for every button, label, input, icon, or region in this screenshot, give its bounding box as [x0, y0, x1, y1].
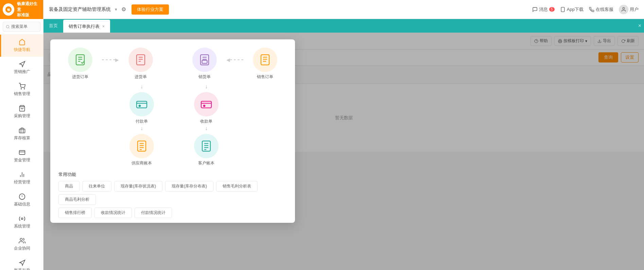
system-title: 装备及固定资产辅助管理系统 — [49, 6, 111, 13]
func-btn-stock-dist[interactable]: 现存量(库存分布表) — [165, 181, 213, 192]
sidebar-item-operations[interactable]: 经营管理 — [0, 167, 43, 189]
user-profile-btn[interactable]: 用户 — [619, 5, 639, 14]
arrow-down-payment: ↓ — [120, 124, 164, 132]
app-download-btn[interactable]: App下载 — [560, 6, 584, 13]
sidebar: 畅 畅康通好生意 标准版 搜索菜单 快捷导航 营销推广 — [0, 0, 43, 270]
user-name: 用户 — [630, 6, 639, 13]
wf-icon-purchase-bill — [128, 48, 153, 72]
sidebar-item-label-system: 系统管理 — [14, 223, 30, 229]
app-download-label: App下载 — [567, 6, 584, 13]
tab-sales-order-exec[interactable]: 销售订单执行表 × — [63, 20, 110, 33]
svg-text:畅: 畅 — [7, 8, 10, 12]
wf-label-supplier-ledger: 供应商账本 — [132, 160, 152, 166]
svg-rect-29 — [137, 55, 145, 65]
avatar — [619, 5, 628, 14]
sidebar-item-label-base: 基础信息 — [14, 201, 30, 207]
svg-rect-44 — [201, 101, 211, 108]
wf-icon-payment-bill — [129, 92, 154, 116]
func-btn-payment-stats[interactable]: 付款情况统计 — [135, 208, 172, 218]
func-btn-stock-status[interactable]: 现存量(库存状况表) — [114, 181, 162, 192]
arrow-down-sales-bill: ↓ — [184, 83, 228, 91]
topbar-right: 消息 5 App下载 在线客服 用户 — [532, 5, 639, 14]
sidebar-search[interactable]: 搜索菜单 — [0, 19, 43, 35]
wf-label-sales-order: 销售订单 — [257, 74, 273, 80]
wf-label-purchase-order: 进货订单 — [72, 74, 88, 80]
message-btn[interactable]: 消息 5 — [532, 6, 555, 13]
wf-label-customer-ledger: 客户账本 — [198, 160, 214, 166]
wf-node-receipt-bill[interactable]: 收款单 — [184, 92, 228, 124]
wf-icon-customer-ledger — [194, 134, 219, 158]
sidebar-item-base[interactable]: 基础信息 — [0, 189, 43, 211]
svg-point-2 — [6, 25, 9, 28]
message-badge: 5 — [549, 7, 555, 12]
svg-point-16 — [20, 238, 22, 241]
tab-close-icon[interactable]: × — [102, 24, 105, 29]
logo-icon: 畅 — [3, 3, 14, 16]
svg-rect-18 — [561, 7, 564, 12]
wf-node-purchase-order[interactable]: 进货订单 — [58, 48, 102, 80]
sidebar-nav: 快捷导航 营销推广 销售管理 采购管理 库存核算 资金管理 — [0, 35, 43, 270]
arrow-down-receipt: ↓ — [184, 124, 228, 132]
func-btn-contacts[interactable]: 往来单位 — [82, 181, 111, 192]
modal-overlay: 进货订单 ▶ 进 — [43, 33, 644, 270]
sidebar-item-label-quick: 快捷导航 — [14, 47, 30, 53]
wf-label-payment-bill: 付款单 — [136, 119, 148, 124]
func-btn-product[interactable]: 商品 — [58, 181, 80, 192]
search-menu-label: 搜索菜单 — [11, 24, 28, 30]
sidebar-item-sales[interactable]: 销售管理 — [0, 79, 43, 101]
sidebar-item-label-purchase: 采购管理 — [14, 113, 30, 119]
wf-icon-receipt-bill — [194, 92, 219, 116]
sidebar-item-label-collab: 企业协同 — [14, 246, 30, 251]
wf-node-payment-bill[interactable]: 付款单 — [120, 92, 164, 124]
svg-point-3 — [21, 89, 22, 89]
sidebar-item-guide[interactable]: 新手引导 — [0, 255, 43, 270]
dropdown-arrow-icon[interactable]: ▾ — [115, 7, 117, 12]
wf-icon-supplier-ledger — [129, 134, 154, 158]
func-btn-receipt-stats[interactable]: 收款情况统计 — [94, 208, 132, 218]
wf-icon-sales-bill — [192, 48, 217, 72]
sidebar-item-system[interactable]: 系统管理 — [0, 211, 43, 233]
sidebar-item-label-operations: 经营管理 — [14, 179, 30, 185]
sidebar-item-label-guide: 新手引导 — [14, 268, 30, 270]
func-btn-product-gross[interactable]: 商品毛利分析 — [58, 194, 96, 205]
tab-sales-order-exec-label: 销售订单执行表 — [69, 23, 100, 30]
wf-label-receipt-bill: 收款单 — [200, 119, 212, 124]
wf-icon-sales-order — [253, 48, 277, 72]
sidebar-item-marketing[interactable]: 营销推广 — [0, 57, 43, 79]
online-service-label: 在线客服 — [596, 6, 613, 13]
tab-home-label: 首页 — [49, 23, 58, 29]
message-label: 消息 — [539, 6, 548, 13]
sidebar-item-finance[interactable]: 资金管理 — [0, 145, 43, 167]
svg-rect-7 — [19, 150, 25, 155]
exp-btn[interactable]: 体验行业方案 — [132, 4, 169, 15]
svg-point-15 — [21, 218, 23, 220]
wf-label-sales-bill: 销货单 — [198, 74, 211, 80]
common-funcs-section: 常用功能 商品 往来单位 现存量(库存状况表) 现存量(库存分布表) 销售毛利分… — [58, 172, 287, 218]
wf-label-purchase-bill: 进货单 — [135, 74, 147, 80]
sidebar-item-collab[interactable]: 企业协同 — [0, 233, 43, 255]
svg-point-46 — [204, 105, 205, 107]
svg-point-20 — [623, 7, 624, 9]
wf-node-purchase-bill[interactable]: 进货单 — [119, 48, 162, 80]
sidebar-item-inventory[interactable]: 库存核算 — [0, 123, 43, 145]
sidebar-item-purchase[interactable]: 采购管理 — [0, 101, 43, 123]
wf-node-sales-bill[interactable]: 销货单 — [183, 48, 226, 80]
wf-node-customer-ledger[interactable]: 客户账本 — [184, 134, 228, 166]
sidebar-item-label-finance: 资金管理 — [14, 157, 30, 163]
search-menu-button[interactable]: 搜索菜单 — [3, 22, 40, 32]
svg-rect-37 — [261, 55, 269, 65]
wf-icon-purchase-order — [68, 48, 92, 72]
settings-icon[interactable]: ⚙ — [121, 6, 126, 13]
online-service-btn[interactable]: 在线客服 — [589, 6, 613, 13]
sidebar-item-quick[interactable]: 快捷导航 — [0, 35, 43, 57]
sidebar-item-label-sales: 销售管理 — [14, 91, 30, 97]
func-btn-sales-rank[interactable]: 销售排行榜 — [58, 208, 92, 218]
func-btns-row1: 商品 往来单位 现存量(库存状况表) 现存量(库存分布表) 销售毛利分析表 商品… — [58, 181, 287, 205]
close-all-tabs-btn[interactable]: × — [638, 23, 641, 29]
svg-point-4 — [24, 89, 25, 89]
wf-node-sales-order[interactable]: 销售订单 — [243, 48, 287, 80]
sidebar-item-label-marketing: 营销推广 — [14, 69, 30, 75]
tab-home[interactable]: 首页 — [43, 19, 63, 33]
func-btn-sales-gross-analysis[interactable]: 销售毛利分析表 — [216, 181, 258, 192]
wf-node-supplier-ledger[interactable]: 供应商账本 — [120, 134, 164, 166]
